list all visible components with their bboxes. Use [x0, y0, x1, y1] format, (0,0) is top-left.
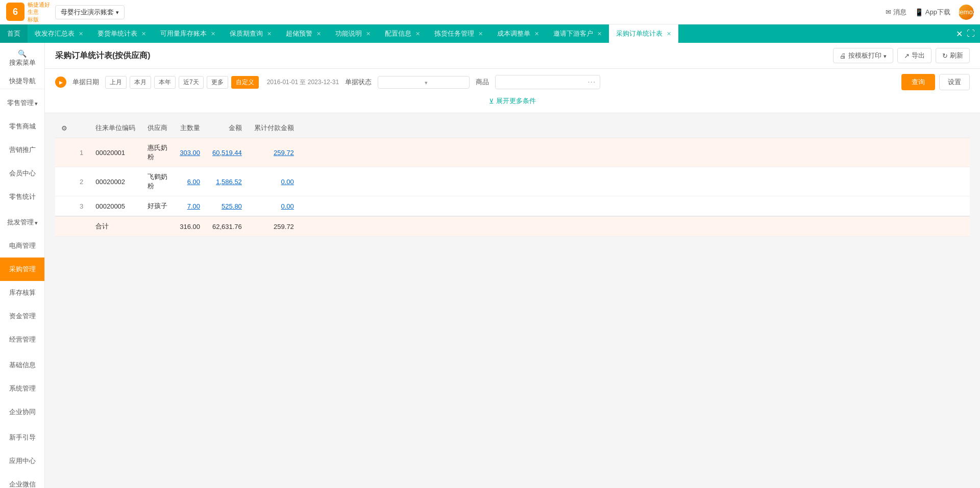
tab-function-desc[interactable]: 功能说明 ✕ — [328, 24, 378, 43]
app-icon — [915, 8, 923, 16]
workspace-selector[interactable]: 母婴行业演示账套 — [55, 5, 125, 19]
sidebar-item-new-guide[interactable]: 新手引导 — [0, 426, 44, 449]
tab-invite-downstream[interactable]: 邀请下游客户 ✕ — [546, 24, 609, 43]
logo-text: 畅捷通好生意 标版 — [28, 1, 51, 23]
close-icon[interactable]: ✕ — [366, 31, 371, 37]
app-download-btn[interactable]: App下载 — [915, 8, 950, 17]
col-supplier-name: 供应商 — [141, 118, 174, 138]
tab-home[interactable]: 首页 — [0, 24, 28, 43]
row-paid-amount[interactable]: 0.00 — [248, 167, 300, 196]
table-row: 3 00020005 好孩子 7.00 525.80 0.00 — [55, 196, 970, 217]
expand-conditions-btn[interactable]: ⊻ 展开更多条件 — [485, 94, 540, 108]
date-btn-this-month[interactable]: 本月 — [130, 76, 151, 89]
close-icon[interactable]: ✕ — [79, 31, 83, 37]
date-btn-more[interactable]: 更多 — [207, 76, 228, 89]
date-btn-7days[interactable]: 近7天 — [179, 76, 204, 89]
close-icon[interactable]: ✕ — [267, 31, 272, 37]
sidebar-item-finance-mgmt[interactable]: 资金管理 — [0, 304, 44, 328]
close-icon[interactable]: ✕ — [316, 31, 321, 37]
refresh-btn[interactable]: ↻ 刷新 — [936, 48, 970, 63]
page-title: 采购订单统计表(按供应商) — [55, 50, 151, 61]
chevron-down-icon — [35, 99, 38, 107]
footer-paid-amount: 259.72 — [248, 216, 300, 237]
close-icon[interactable]: ✕ — [478, 31, 483, 37]
refresh-icon: ↻ — [942, 52, 948, 60]
date-btn-this-year[interactable]: 本年 — [154, 76, 176, 89]
sidebar-item-system-mgmt[interactable]: 系统管理 — [0, 377, 44, 400]
tab-overstock-warning[interactable]: 超储预警 ✕ — [279, 24, 328, 43]
row-amount[interactable]: 1,586.52 — [206, 167, 248, 196]
date-btn-custom[interactable]: 自定义 — [231, 76, 259, 89]
tab-config-info[interactable]: 配置信息 ✕ — [378, 24, 427, 43]
print-btn[interactable]: 🖨 按模板打印 — [833, 48, 893, 63]
filter-toggle-btn[interactable]: ▸ — [55, 76, 66, 88]
sidebar-item-operations-mgmt[interactable]: 经营管理 — [0, 328, 44, 351]
tab-pick-task[interactable]: 拣货任务管理 ✕ — [427, 24, 490, 43]
row-main-qty[interactable]: 6.00 — [174, 167, 206, 196]
sidebar-item-ecommerce-mgmt[interactable]: 电商管理 — [0, 234, 44, 258]
user-avatar[interactable]: demo2 — [959, 5, 974, 20]
sidebar-search-btn[interactable]: 搜索菜单 — [0, 43, 44, 73]
row-amount[interactable]: 60,519.44 — [206, 138, 248, 167]
export-btn[interactable]: ↗ 导出 — [897, 48, 932, 63]
settings-btn[interactable]: 设置 — [939, 74, 970, 90]
goods-input[interactable]: ··· — [495, 75, 600, 89]
close-icon[interactable]: ✕ — [534, 31, 539, 37]
row-paid-amount[interactable]: 0.00 — [248, 196, 300, 217]
sidebar-item-app-center[interactable]: 应用中心 — [0, 449, 44, 473]
close-icon[interactable]: ✕ — [141, 31, 146, 37]
footer-row: 合计 316.00 62,631.76 259.72 — [55, 216, 970, 237]
footer-seq-col — [74, 216, 89, 237]
sidebar-item-retail-mgmt[interactable]: 零售管理 — [0, 91, 44, 115]
close-icon[interactable]: ✕ — [415, 31, 420, 37]
tab-inventory-account[interactable]: 可用量库存账本 ✕ — [153, 24, 223, 43]
col-main-qty: 主数量 — [174, 118, 206, 138]
sidebar-item-enterprise-coop[interactable]: 企业协同 — [0, 400, 44, 424]
message-btn[interactable]: 消息 — [886, 8, 906, 17]
sidebar-item-retail-stats[interactable]: 零售统计 — [0, 185, 44, 209]
sidebar-item-marketing[interactable]: 营销推广 — [0, 138, 44, 162]
table-header: ⚙ 往来单位编码 供应商 主数量 金额 累计付款金额 — [55, 118, 970, 138]
status-select[interactable] — [378, 76, 470, 89]
filter-row: ▸ 单据日期 上月 本月 本年 近7天 更多 自定义 2016-01-01 至 … — [55, 74, 970, 90]
data-table: ⚙ 往来单位编码 供应商 主数量 金额 累计付款金额 1 — [55, 118, 970, 237]
row-extra — [300, 167, 970, 196]
tab-receive-summary[interactable]: 收发存汇总表 ✕ — [28, 24, 90, 43]
tab-purchase-order-summary[interactable]: 采购订单统计表 ✕ — [609, 24, 678, 43]
nav-tab-close-all[interactable]: ✕ ⛶ — [951, 29, 980, 39]
close-icon[interactable]: ✕ — [211, 31, 215, 37]
date-btn-last-month[interactable]: 上月 — [105, 76, 127, 89]
tab-cost-adjust[interactable]: 成本调整单 ✕ — [490, 24, 546, 43]
goods-text-input[interactable] — [500, 79, 585, 86]
row-settings — [55, 167, 74, 196]
sidebar-item-member-center[interactable]: 会员中心 — [0, 162, 44, 185]
row-main-qty[interactable]: 303.00 — [174, 138, 206, 167]
tab-order-summary[interactable]: 要货单统计表 ✕ — [90, 24, 153, 43]
sidebar-item-retail-shop[interactable]: 零售商城 — [0, 115, 44, 138]
export-icon: ↗ — [904, 52, 910, 60]
footer-amount: 62,631.76 — [206, 216, 248, 237]
close-icon[interactable]: ✕ — [667, 31, 671, 37]
row-main-qty[interactable]: 7.00 — [174, 196, 206, 217]
sidebar-item-enterprise-wechat[interactable]: 企业微信 — [0, 473, 44, 488]
message-icon — [886, 8, 891, 16]
sidebar-item-wholesale-mgmt[interactable]: 批发管理 — [0, 211, 44, 234]
expand-icon: ⊻ — [489, 97, 494, 105]
more-icon: ··· — [587, 78, 596, 87]
logo-icon: 6 — [6, 3, 24, 21]
goods-filter-label: 商品 — [476, 78, 489, 87]
row-paid-amount[interactable]: 259.72 — [248, 138, 300, 167]
row-supplier-code: 00020001 — [89, 138, 141, 167]
tab-expiry-query[interactable]: 保质期查询 ✕ — [223, 24, 279, 43]
sidebar-item-quick-nav[interactable]: 快捷导航 — [0, 73, 44, 89]
row-seq: 3 — [74, 196, 89, 217]
close-icon[interactable]: ✕ — [597, 31, 602, 37]
col-settings[interactable]: ⚙ — [55, 118, 74, 138]
table-row: 2 00020002 飞鹤奶粉 6.00 1,586.52 0.00 — [55, 167, 970, 196]
sidebar-item-purchase-mgmt[interactable]: 采购管理 — [0, 258, 44, 281]
sidebar-item-basic-info[interactable]: 基础信息 — [0, 353, 44, 377]
query-btn[interactable]: 查询 — [901, 74, 935, 90]
chevron-down-icon — [884, 52, 887, 60]
sidebar-item-inventory-check[interactable]: 库存核算 — [0, 281, 44, 304]
row-amount[interactable]: 525.80 — [206, 196, 248, 217]
